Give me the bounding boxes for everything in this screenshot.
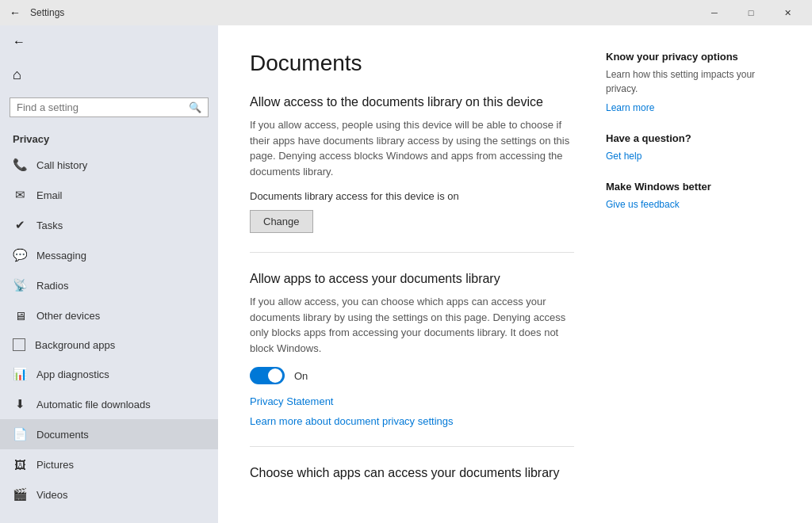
sidebar-item-other-devices[interactable]: 🖥 Other devices <box>0 300 218 330</box>
messaging-icon: 💬 <box>13 248 27 262</box>
sidebar-label-automatic-file-downloads: Automatic file downloads <box>36 399 151 410</box>
email-icon: ✉ <box>13 188 27 202</box>
sidebar-item-call-history[interactable]: 📞 Call history <box>0 150 218 180</box>
sidebar-label-call-history: Call history <box>36 159 87 171</box>
sidebar-label-messaging: Messaging <box>36 250 86 262</box>
right-heading-question: Have a question? <box>606 132 780 144</box>
title-bar-controls: ─ □ ✕ <box>696 0 806 25</box>
sidebar-label-tasks: Tasks <box>36 220 63 231</box>
app-content: ← ⌂ 🔍 Privacy 📞 Call history ✉ Email ✔ T… <box>0 25 812 523</box>
call-history-icon: 📞 <box>13 158 27 172</box>
documents-icon: 📄 <box>13 427 27 441</box>
maximize-button[interactable]: □ <box>733 0 769 25</box>
sidebar-item-documents[interactable]: 📄 Documents <box>0 419 218 449</box>
right-section-question: Have a question? Get help <box>606 132 780 162</box>
tasks-icon: ✔ <box>13 218 27 232</box>
minimize-button[interactable]: ─ <box>696 0 733 25</box>
main-left-panel: Documents Allow access to the documents … <box>250 51 574 498</box>
search-input[interactable] <box>17 101 184 113</box>
right-desc-privacy: Learn how this setting impacts your priv… <box>606 67 780 96</box>
divider-1 <box>250 252 574 253</box>
sidebar-item-app-diagnostics[interactable]: 📊 App diagnostics <box>0 359 218 389</box>
sidebar-item-pictures[interactable]: 🖼 Pictures <box>0 449 218 479</box>
app-diagnostics-icon: 📊 <box>13 367 27 381</box>
sidebar-label-app-diagnostics: App diagnostics <box>36 368 109 380</box>
sidebar-item-background-apps[interactable]: Background apps <box>0 330 218 359</box>
other-devices-icon: 🖥 <box>13 308 27 323</box>
change-button[interactable]: Change <box>250 210 313 233</box>
title-bar-left: ← Settings <box>6 3 64 22</box>
sidebar-label-videos: Videos <box>36 489 68 501</box>
main-content: Documents Allow access to the documents … <box>218 25 812 523</box>
sidebar-label-radios: Radios <box>36 280 68 292</box>
auto-downloads-icon: ⬇ <box>13 397 27 411</box>
learn-more-link[interactable]: Learn more <box>606 102 654 113</box>
sidebar-label-background-apps: Background apps <box>35 339 115 351</box>
back-arrow-icon: ← <box>13 35 25 49</box>
videos-icon: 🎬 <box>13 487 27 502</box>
pictures-icon: 🖼 <box>13 457 27 471</box>
sidebar-item-radios[interactable]: 📡 Radios <box>0 270 218 300</box>
home-icon: ⌂ <box>13 67 21 82</box>
sidebar-item-messaging[interactable]: 💬 Messaging <box>0 240 218 270</box>
sidebar-item-videos[interactable]: 🎬 Videos <box>0 479 218 510</box>
search-icon: 🔍 <box>189 101 201 113</box>
sidebar: ← ⌂ 🔍 Privacy 📞 Call history ✉ Email ✔ T… <box>0 25 218 523</box>
sidebar-label-pictures: Pictures <box>36 459 74 471</box>
sidebar-back-button[interactable]: ← <box>0 25 218 59</box>
feedback-link[interactable]: Give us feedback <box>606 199 680 210</box>
divider-2 <box>250 446 574 447</box>
section3-heading: Choose which apps can access your docume… <box>250 466 574 480</box>
toggle-knob <box>268 368 282 383</box>
sidebar-section-title: Privacy <box>0 124 218 150</box>
page-title: Documents <box>250 51 574 76</box>
title-bar-title: Settings <box>30 7 64 18</box>
sidebar-item-automatic-file-downloads[interactable]: ⬇ Automatic file downloads <box>0 389 218 419</box>
section2-heading: Allow apps to access your documents libr… <box>250 272 574 286</box>
right-section-windows: Make Windows better Give us feedback <box>606 181 780 210</box>
section1-status: Documents library access for this device… <box>250 190 574 202</box>
section1-heading: Allow access to the documents library on… <box>250 95 574 109</box>
right-heading-privacy: Know your privacy options <box>606 51 780 63</box>
learn-more-doc-link[interactable]: Learn more about document privacy settin… <box>250 415 574 427</box>
apps-access-toggle[interactable] <box>250 367 285 384</box>
get-help-link[interactable]: Get help <box>606 151 642 162</box>
right-panel: Know your privacy options Learn how this… <box>606 51 780 498</box>
right-section-privacy: Know your privacy options Learn how this… <box>606 51 780 113</box>
section1-description: If you allow access, people using this d… <box>250 117 574 179</box>
toggle-label: On <box>294 370 308 382</box>
back-icon[interactable]: ← <box>6 3 24 22</box>
background-apps-icon <box>13 338 25 351</box>
sidebar-label-email: Email <box>36 189 63 201</box>
sidebar-item-tasks[interactable]: ✔ Tasks <box>0 210 218 240</box>
title-bar: ← Settings ─ □ ✕ <box>0 0 812 25</box>
search-box[interactable]: 🔍 <box>10 97 209 117</box>
sidebar-home-button[interactable]: ⌂ <box>0 59 218 91</box>
toggle-row: On <box>250 367 574 384</box>
radios-icon: 📡 <box>13 278 27 292</box>
sidebar-item-email[interactable]: ✉ Email <box>0 180 218 210</box>
privacy-statement-link[interactable]: Privacy Statement <box>250 395 574 407</box>
sidebar-label-other-devices: Other devices <box>36 310 100 322</box>
right-heading-windows: Make Windows better <box>606 181 780 193</box>
section2-description: If you allow access, you can choose whic… <box>250 294 574 356</box>
close-button[interactable]: ✕ <box>769 0 806 25</box>
sidebar-label-documents: Documents <box>36 429 89 441</box>
